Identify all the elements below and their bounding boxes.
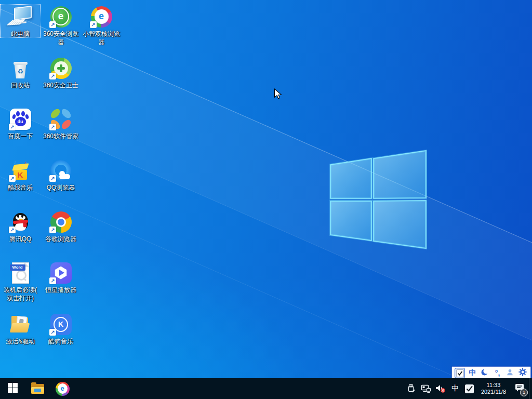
360-software-manager-icon: ↗: [49, 108, 72, 130]
desktop-icon-label: 360软件管家: [43, 132, 78, 140]
desktop-icon-recycle-bin[interactable]: ♻回收站: [0, 56, 41, 89]
desktop-icon-label: 酷狗音乐: [48, 337, 73, 345]
desktop-icon-label: 谷歌浏览器: [45, 235, 76, 243]
ime-chinese-mode-button[interactable]: 中: [467, 368, 477, 378]
desktop-icon-label: 回收站: [11, 81, 30, 89]
desktop-icon-label: 此电脑: [11, 30, 30, 38]
notification-count-badge: 1: [520, 389, 528, 396]
baidu-search-icon: du↗: [9, 108, 32, 130]
this-pc-icon: [9, 5, 32, 28]
desktop-icon-tencent-qq[interactable]: ↗腾讯QQ: [0, 209, 41, 243]
taskbar-browser-button[interactable]: e: [50, 378, 75, 399]
desktop-icon-label: 腾讯QQ: [9, 235, 32, 243]
desktop-icons: 此电脑e↗360安全浏览器e↗小智双核浏览器♻回收站↗360安全卫士du↗百度一…: [0, 0, 532, 399]
clock-time: 11:33: [481, 382, 506, 389]
user-icon: [506, 368, 514, 378]
desktop-icon-label: 酷我音乐: [8, 183, 33, 192]
shortcut-arrow-badge: ↗: [49, 21, 56, 28]
desktop-icon-360-secure-browser[interactable]: e↗360安全浏览器: [41, 4, 81, 46]
desktop-icon-label: 装机后必读(双击打开): [4, 286, 37, 302]
ime-tray-icon[interactable]: [462, 378, 477, 399]
usb-tray-icon[interactable]: [404, 378, 419, 399]
shortcut-arrow-badge: ↗: [49, 73, 56, 79]
desktop-icon-qq-browser[interactable]: ↗QQ浏览器: [41, 158, 81, 192]
qq-browser-icon: ↗: [49, 159, 72, 182]
desktop-icon-kugou-music[interactable]: K↗酷狗音乐: [41, 312, 81, 345]
desktop-icon-this-pc[interactable]: 此电脑: [0, 4, 41, 38]
setup-readme-doc-icon: Word: [9, 261, 32, 284]
desktop-icon-label: 恒星播放器: [45, 286, 76, 294]
ime-punctuation-button[interactable]: °,: [493, 368, 503, 378]
ime-logo-button[interactable]: [455, 368, 465, 378]
desktop-icon-activation-drivers-folder[interactable]: 激活&驱动: [0, 312, 41, 345]
network-tray-icon[interactable]: [419, 378, 433, 399]
windows-start-icon: [8, 383, 18, 395]
desktop-icon-label: 360安全卫士: [43, 81, 78, 89]
desktop-icon-label: 小智双核浏览器: [83, 30, 120, 46]
ime-logo-icon: [457, 370, 463, 377]
desktop-icon-360-security-guard[interactable]: ↗360安全卫士: [41, 56, 81, 89]
shortcut-arrow-badge: ↗: [49, 175, 56, 182]
360-secure-browser-icon: e↗: [49, 5, 72, 28]
desktop-icon-360-software-manager[interactable]: ↗360软件管家: [41, 107, 81, 140]
shortcut-arrow-badge: ↗: [49, 227, 56, 233]
desktop-icon-label: 激活&驱动: [6, 337, 35, 345]
shortcut-arrow-badge: ↗: [49, 124, 56, 130]
desktop-icon-baidu-search[interactable]: du↗百度一下: [0, 107, 41, 140]
moon-icon: [481, 368, 489, 378]
recycle-bin-icon: ♻: [9, 57, 32, 79]
ime-language-indicator[interactable]: 中: [448, 378, 462, 399]
shortcut-arrow-badge: ↗: [9, 124, 16, 130]
desktop-icon-label: 360安全浏览器: [43, 30, 78, 46]
clock-date: 2021/11/8: [481, 389, 506, 396]
gear-icon: [518, 368, 527, 378]
shortcut-arrow-badge: ↗: [49, 277, 56, 284]
desktop-icon-star-player[interactable]: ↗恒星播放器: [41, 260, 81, 294]
star-player-icon: ↗: [49, 261, 72, 284]
start-button[interactable]: [0, 378, 25, 399]
taskbar-file-explorer-button[interactable]: [25, 378, 50, 399]
360-security-guard-icon: ↗: [49, 57, 72, 79]
browser-e-icon: e: [56, 382, 70, 396]
shortcut-arrow-badge: ↗: [49, 329, 56, 336]
ime-settings-button[interactable]: [517, 368, 528, 378]
desktop[interactable]: 此电脑e↗360安全浏览器e↗小智双核浏览器♻回收站↗360安全卫士du↗百度一…: [0, 0, 532, 399]
volume-muted-tray-icon[interactable]: [433, 378, 448, 399]
taskbar: e 中: [0, 378, 532, 399]
ime-user-button[interactable]: [505, 368, 515, 378]
kugou-music-icon: K↗: [49, 313, 72, 336]
desktop-icon-google-chrome[interactable]: ↗谷歌浏览器: [41, 209, 81, 243]
xiaozhi-dual-core-browser-icon: e↗: [90, 5, 113, 28]
show-desktop-button[interactable]: [529, 378, 532, 399]
desktop-icon-label: 百度一下: [8, 132, 33, 140]
ime-fullwidth-moon-button[interactable]: [480, 368, 490, 378]
tencent-qq-icon: ↗: [9, 210, 32, 233]
desktop-icon-kuwo-music[interactable]: ♪♪K↗酷我音乐: [0, 158, 41, 192]
desktop-icon-label: QQ浏览器: [47, 183, 75, 192]
activation-drivers-folder-icon: [9, 313, 32, 336]
shortcut-arrow-badge: ↗: [9, 227, 16, 233]
desktop-icon-xiaozhi-dual-core-browser[interactable]: e↗小智双核浏览器: [81, 4, 122, 46]
desktop-icon-setup-readme-doc[interactable]: Word装机后必读(双击打开): [0, 260, 41, 302]
taskbar-clock[interactable]: 11:33 2021/11/8: [477, 382, 510, 396]
file-explorer-icon: [31, 384, 44, 394]
google-chrome-icon: ↗: [49, 210, 72, 233]
shortcut-arrow-badge: ↗: [90, 21, 97, 28]
kuwo-music-icon: ♪♪K↗: [9, 159, 32, 182]
shortcut-arrow-badge: ↗: [9, 175, 16, 182]
system-tray: 中 11:33 2021/11/8 1: [404, 378, 532, 399]
action-center-button[interactable]: 1: [510, 378, 529, 399]
